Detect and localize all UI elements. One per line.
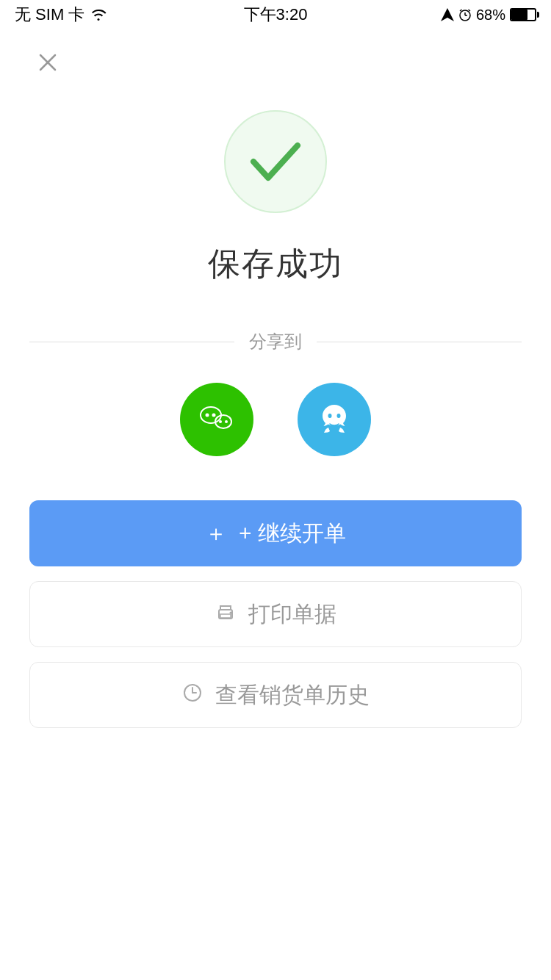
status-bar: 无 SIM 卡 下午3:20 68% <box>0 0 551 29</box>
history-label: 查看销货单历史 <box>215 680 370 710</box>
continue-label: + 继续开单 <box>239 519 346 549</box>
status-left: 无 SIM 卡 <box>15 4 107 26</box>
checkmark-icon <box>250 140 301 184</box>
share-icons <box>29 383 522 456</box>
success-icon-circle <box>224 110 327 213</box>
battery-icon <box>510 8 536 21</box>
share-label: 分享到 <box>249 330 302 353</box>
svg-point-9 <box>212 414 216 417</box>
main-content: 保存成功 分享到 <box>0 29 551 980</box>
location-icon <box>441 8 454 21</box>
history-icon <box>181 682 204 709</box>
wechat-share-button[interactable] <box>180 383 253 456</box>
svg-point-12 <box>225 420 228 423</box>
status-time: 下午3:20 <box>244 4 308 26</box>
svg-rect-16 <box>220 614 231 618</box>
svg-point-14 <box>337 414 341 418</box>
continue-button[interactable]: ＋ + 继续开单 <box>29 500 522 566</box>
sim-status: 无 SIM 卡 <box>15 4 84 26</box>
print-label: 打印单据 <box>248 599 336 630</box>
close-button[interactable] <box>29 44 66 81</box>
svg-point-7 <box>201 407 221 423</box>
battery-percent: 68% <box>476 7 505 24</box>
qq-share-button[interactable] <box>298 383 371 456</box>
print-button[interactable]: 打印单据 <box>29 581 522 647</box>
svg-point-13 <box>328 414 332 418</box>
qq-icon <box>314 399 355 440</box>
printer-icon <box>215 601 237 628</box>
svg-point-17 <box>230 611 232 613</box>
svg-line-4 <box>468 10 470 11</box>
wechat-icon <box>196 399 237 440</box>
history-button[interactable]: 查看销货单历史 <box>29 662 522 728</box>
action-buttons: ＋ + 继续开单 打印单据 查看销货单历 <box>29 500 522 728</box>
share-divider: 分享到 <box>29 330 522 353</box>
success-title: 保存成功 <box>208 242 343 286</box>
svg-line-3 <box>460 10 462 11</box>
status-right: 68% <box>441 7 536 24</box>
plus-icon: ＋ <box>205 519 227 549</box>
svg-point-11 <box>219 420 222 423</box>
alarm-icon <box>458 8 472 21</box>
wifi-icon <box>90 9 107 21</box>
svg-point-8 <box>206 414 209 417</box>
share-section: 分享到 <box>29 330 522 456</box>
